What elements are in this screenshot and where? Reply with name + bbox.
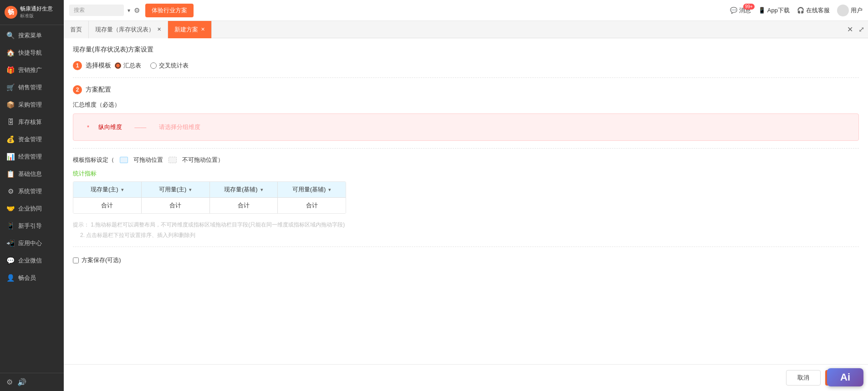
fixed-label: 不可拖动位置）	[182, 156, 224, 164]
dimension-label: 纵向维度	[98, 123, 122, 131]
sidebar-item-newbie[interactable]: 📱 新手引导	[0, 217, 64, 235]
tips-section: 提示： 1.拖动标题栏可以调整布局，不可跨维度或指标区域拖动栏目字段(只能在同一…	[73, 221, 859, 239]
sidebar-item-label: 基础信息	[18, 170, 42, 178]
col4-header[interactable]: 可用量(基辅) ▾	[278, 182, 346, 197]
topbar-message[interactable]: 💬 消息 99+	[730, 6, 751, 15]
chart-icon: 📊	[6, 153, 15, 161]
ai-badge[interactable]: Ai	[827, 368, 863, 386]
col4-chevron-icon[interactable]: ▾	[328, 187, 331, 193]
col1-body: 合计	[73, 198, 142, 213]
radio-cross-input[interactable]	[150, 62, 157, 69]
sidebar-item-purchase[interactable]: 📦 采购管理	[0, 96, 64, 113]
col1-chevron-icon[interactable]: ▾	[121, 187, 124, 193]
required-star: *	[87, 124, 89, 131]
divider-1	[73, 77, 859, 78]
radio-summary-input[interactable]	[115, 62, 121, 69]
sidebar-item-member[interactable]: 👤 畅会员	[0, 269, 64, 287]
col2-body: 合计	[142, 198, 210, 213]
money-icon: 💰	[6, 135, 15, 144]
tab-inventory-close-icon[interactable]: ✕	[157, 26, 161, 32]
col3-chevron-icon[interactable]: ▾	[260, 187, 263, 193]
sidebar-item-marketing[interactable]: 🎁 营销推广	[0, 62, 64, 79]
dimension-placeholder[interactable]: 请选择分组维度	[159, 123, 200, 131]
topbar-right: 💬 消息 99+ 📱 App下载 🎧 在线客服 用户	[730, 5, 863, 16]
save-checkbox-input[interactable]	[73, 257, 79, 263]
tab-home[interactable]: 首页	[64, 21, 89, 38]
template-settings-label: 模板指标设定（	[73, 156, 114, 164]
sidebar-item-search-menu[interactable]: 🔍 搜索菜单	[0, 27, 64, 44]
step1-header: 1 选择模板 汇总表 交叉统计表	[73, 61, 859, 70]
col3-header[interactable]: 现存量(基辅) ▾	[210, 182, 278, 197]
sidebar-item-label: 资金管理	[18, 135, 42, 144]
radio-cross[interactable]: 交叉统计表	[150, 62, 189, 70]
save-checkbox-label[interactable]: 方案保存(可选)	[73, 256, 121, 264]
search-dropdown-icon[interactable]: ▾	[128, 7, 130, 14]
warning-dash: ——	[131, 124, 149, 131]
list-icon: 📋	[6, 170, 15, 178]
box-icon: 📦	[6, 101, 15, 109]
topbar-online-service[interactable]: 🎧 在线客服	[797, 6, 830, 15]
main-area: 搜索 ▾ ⚙ 体验行业方案 💬 消息 99+ 📱 App下载 🎧 在线客服 用户	[64, 0, 868, 391]
sidebar-item-wechat[interactable]: 💬 企业微信	[0, 252, 64, 269]
storage-icon: 🗄	[6, 118, 15, 126]
sidebar-item-label: 新手引导	[18, 222, 42, 230]
sidebar-item-quick-nav[interactable]: 🏠 快捷导航	[0, 44, 64, 62]
sidebar-item-operations[interactable]: 📊 经营管理	[0, 148, 64, 165]
stats-title: 统计指标	[73, 170, 859, 178]
tab-new-scheme-close-icon[interactable]: ✕	[201, 26, 205, 32]
tab-new-scheme[interactable]: 新建方案 ✕	[168, 21, 212, 38]
sidebar-item-label: 快捷导航	[18, 49, 42, 57]
tips-title: 提示： 1.拖动标题栏可以调整布局，不可跨维度或指标区域拖动栏目字段(只能在同一…	[73, 221, 859, 229]
sidebar-item-basic-info[interactable]: 📋 基础信息	[0, 165, 64, 183]
sidebar-item-inventory[interactable]: 🗄 库存核算	[0, 113, 64, 131]
sidebar-item-label: 畅会员	[18, 274, 36, 282]
app-download-label: App下载	[767, 6, 790, 15]
topbar-gear-icon[interactable]: ⚙	[134, 6, 140, 15]
cart-icon: 🛒	[6, 83, 15, 92]
topbar-app-download[interactable]: 📱 App下载	[758, 6, 790, 15]
minimize-icon[interactable]: ✕	[845, 23, 855, 36]
window-controls: ✕ ⤢	[845, 23, 868, 36]
search-icon: 🔍	[6, 31, 15, 40]
step2-header: 2 方案配置	[73, 85, 859, 94]
step2-label: 方案配置	[86, 86, 111, 94]
sidebar-item-company[interactable]: 🤝 企业协同	[0, 200, 64, 217]
draggable-indicator-box	[120, 157, 128, 163]
fixed-indicator-box	[168, 157, 177, 163]
topbar-user[interactable]: 用户	[837, 5, 863, 16]
warning-box: * 纵向维度 —— 请选择分组维度	[73, 113, 859, 141]
user-name: 用户	[851, 6, 863, 15]
sidebar-item-app-center[interactable]: 📲 应用中心	[0, 235, 64, 252]
draggable-label: 可拖动位置	[133, 156, 163, 164]
industry-btn[interactable]: 体验行业方案	[145, 4, 194, 17]
radio-summary[interactable]: 汇总表	[115, 62, 141, 70]
col2-chevron-icon[interactable]: ▾	[189, 187, 192, 193]
stats-header-row: 现存量(主) ▾ 可用量(主) ▾ 现存量(基辅) ▾ 可用量(基辅)	[73, 182, 346, 198]
topbar-search-display: 搜索	[69, 5, 124, 16]
col2-header[interactable]: 可用量(主) ▾	[142, 182, 210, 197]
save-option-bar: 方案保存(可选)	[73, 254, 859, 266]
sidebar-item-finance[interactable]: 💰 资金管理	[0, 131, 64, 148]
col1-label: 现存量(主)	[91, 185, 118, 194]
stats-table: 现存量(主) ▾ 可用量(主) ▾ 现存量(基辅) ▾ 可用量(基辅)	[73, 181, 346, 214]
apps-icon: 📲	[6, 239, 15, 247]
maximize-icon[interactable]: ⤢	[857, 23, 866, 36]
sidebar-item-label: 库存核算	[18, 118, 42, 126]
tab-inventory-status[interactable]: 现存量（库存状况表） ✕	[89, 21, 168, 38]
page-title: 现存量(库存状况表)方案设置	[73, 46, 859, 54]
content-area: 现存量(库存状况表)方案设置 1 选择模板 汇总表 交叉统计表	[64, 38, 868, 391]
cancel-button[interactable]: 取消	[786, 370, 821, 386]
sidebar-item-system[interactable]: ⚙ 系统管理	[0, 183, 64, 200]
sidebar-bottom: ⚙ 🔊	[0, 373, 64, 391]
sidebar-item-label: 企业协同	[18, 205, 42, 213]
home-icon: 🏠	[6, 49, 15, 57]
topbar: 搜索 ▾ ⚙ 体验行业方案 💬 消息 99+ 📱 App下载 🎧 在线客服 用户	[64, 0, 868, 21]
settings-bottom-icon[interactable]: ⚙	[6, 378, 13, 386]
tab-home-label: 首页	[70, 26, 82, 34]
col1-header[interactable]: 现存量(主) ▾	[73, 182, 142, 197]
sidebar-item-sales[interactable]: 🛒 销售管理	[0, 79, 64, 96]
save-checkbox-text: 方案保存(可选)	[82, 256, 121, 264]
avatar	[837, 5, 849, 16]
col3-body: 合计	[210, 198, 278, 213]
speaker-icon[interactable]: 🔊	[17, 378, 26, 386]
